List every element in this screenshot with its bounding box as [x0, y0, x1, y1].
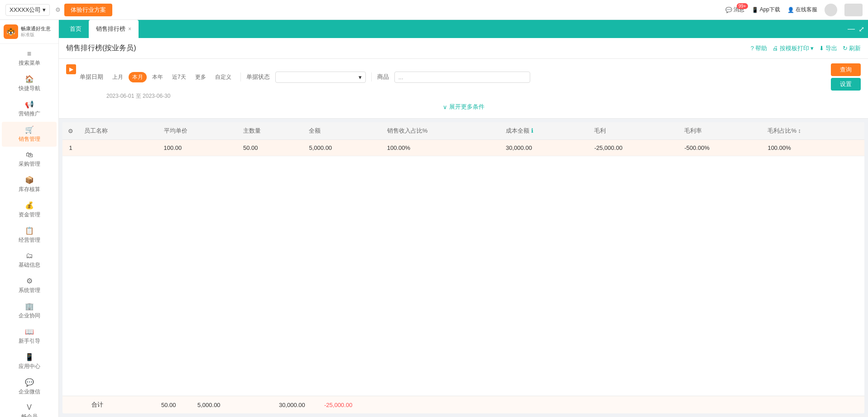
refresh-icon: ↻	[843, 45, 848, 52]
home-icon: 🏠	[25, 75, 34, 83]
logo-icon: 🐯	[4, 24, 18, 39]
maximize-icon[interactable]: ⤢	[858, 25, 864, 34]
cell-name	[79, 140, 158, 156]
status-selector[interactable]: ▾	[275, 72, 366, 83]
print-chevron-icon: ▾	[810, 45, 814, 52]
chevron-down-icon: ▾	[43, 6, 46, 13]
col-main-qty: 主数量	[238, 122, 303, 140]
table-body: 1 100.00 50.00 5,000.00 100.00% 30,000.0…	[62, 140, 864, 156]
sidebar-item-finance[interactable]: 💰 资金管理	[2, 197, 57, 222]
col-gross-pct[interactable]: 毛利占比% ↕	[762, 122, 864, 140]
sidebar-label-inventory: 库存核算	[19, 186, 40, 193]
tab-close-icon[interactable]: ×	[128, 26, 131, 32]
header-settings-icon[interactable]: ⚙	[55, 6, 61, 13]
finance-icon: 💰	[25, 201, 34, 210]
marketing-icon: 📢	[25, 100, 34, 109]
refresh-btn[interactable]: ↻ 刷新	[843, 44, 861, 53]
filter-row-wrap: ▶ 单据日期 上月 本月 本年 近7天 更多 自定义	[66, 63, 861, 100]
date-tab-last-month[interactable]: 上月	[109, 72, 127, 82]
apps-icon: 📱	[25, 353, 34, 361]
sidebar-label-apps: 应用中心	[19, 363, 40, 370]
avatar[interactable]	[825, 4, 837, 16]
goods-input[interactable]: ...	[394, 72, 530, 83]
sidebar-item-apps[interactable]: 📱 应用中心	[2, 349, 57, 374]
guide-icon: 📖	[25, 327, 34, 336]
sidebar-item-purchase[interactable]: 🛍 采购管理	[2, 147, 57, 172]
status-label: 单据状态	[246, 73, 270, 81]
app-dl-label: App下载	[760, 6, 780, 14]
sidebar-label-member: 畅会员	[21, 413, 38, 417]
col-total: 全额	[303, 122, 381, 140]
minimize-icon[interactable]: —	[848, 25, 855, 34]
col-name: 员工名称	[79, 122, 158, 140]
sidebar-nav: ≡ 搜索菜单 🏠 快捷导航 📢 营销推广 🛒 销售管理 🛍 采购管理 📦	[0, 44, 58, 417]
export-btn[interactable]: ⬇ 导出	[819, 44, 837, 53]
sidebar-item-member[interactable]: V 畅会员	[2, 400, 57, 417]
message-btn[interactable]: 💬 消息 99+	[725, 6, 744, 14]
goods-label: 商品	[377, 73, 389, 81]
expand-more-row[interactable]: ∨ 展开更多条件	[66, 100, 861, 114]
wechat-icon: 💬	[25, 378, 34, 387]
message-badge: 99+	[737, 3, 748, 9]
date-tab-more[interactable]: 更多	[192, 72, 210, 82]
online-service-btn[interactable]: 👤 在线客服	[787, 6, 817, 14]
action-btns: 查询 设置	[831, 63, 861, 91]
tab-label: 销售排行榜	[96, 25, 125, 33]
sidebar-label-search: 搜索菜单	[19, 59, 40, 67]
sidebar-item-enterprise[interactable]: 🏢 企业协同	[2, 298, 57, 323]
tab-bar: 首页 销售排行榜 × — ⤢	[59, 20, 868, 38]
print-icon: 🖨	[772, 45, 778, 52]
print-btn[interactable]: 🖨 按模板打印 ▾	[772, 44, 814, 53]
content-area: 首页 销售排行榜 × — ⤢ 销售排行榜(按业务员) ? 帮助	[59, 20, 868, 417]
col-gross-rate: 毛利率	[679, 122, 762, 140]
date-tab-this-year[interactable]: 本年	[149, 72, 167, 82]
date-tabs: 上月 本月 本年 近7天 更多 自定义	[109, 72, 235, 82]
cell-avg-price: 100.00	[158, 140, 238, 156]
goods-placeholder: ...	[398, 74, 403, 81]
footer-total: 5,000.00	[192, 402, 228, 408]
trial-btn[interactable]: 体验行业方案	[64, 4, 112, 16]
sidebar-item-inventory[interactable]: 📦 库存核算	[2, 172, 57, 197]
help-icon: ?	[751, 45, 754, 52]
col-settings[interactable]: ⚙	[62, 122, 79, 140]
filter-toggle-btn[interactable]: ▶	[66, 64, 76, 74]
help-btn[interactable]: ? 帮助	[751, 44, 767, 53]
date-label: 单据日期	[80, 73, 103, 81]
sidebar-item-basic[interactable]: 🗂 基础信息	[2, 248, 57, 273]
cell-main-qty: 50.00	[238, 140, 303, 156]
sidebar-item-shortcut[interactable]: 🏠 快捷导航	[2, 71, 57, 96]
data-table: ⚙ 员工名称 平均单价 主数量 全额 销售收入占比% 成本全额 ℹ 毛利 毛利率…	[62, 122, 864, 156]
purchase-icon: 🛍	[26, 151, 33, 159]
download-icon: 📱	[752, 7, 758, 13]
search-menu-icon: ≡	[27, 50, 31, 58]
page-title: 销售排行榜(按业务员)	[66, 43, 136, 53]
sales-icon: 🛒	[25, 125, 34, 134]
member-icon: V	[27, 403, 32, 412]
date-tab-custom[interactable]: 自定义	[211, 72, 235, 82]
sort-icon: ↕	[798, 127, 801, 134]
date-range-row: 2023-06-01 至 2023-06-30	[80, 91, 861, 100]
cost-info-icon[interactable]: ℹ	[531, 127, 533, 134]
query-btn[interactable]: 查询	[831, 63, 861, 76]
sidebar-item-operation[interactable]: 📋 经营管理	[2, 223, 57, 248]
logo-tag: 标准版	[21, 32, 51, 38]
date-tab-this-month[interactable]: 本月	[129, 72, 147, 82]
sidebar-item-marketing[interactable]: 📢 营销推广	[2, 96, 57, 121]
cell-gross-rate: -500.00%	[679, 140, 762, 156]
top-right-area: 💬 消息 99+ 📱 App下载 👤 在线客服	[725, 4, 863, 16]
date-tab-7days[interactable]: 近7天	[168, 72, 190, 82]
logo-area: 🐯 畅康通好生意 标准版	[0, 20, 58, 44]
sidebar-item-search[interactable]: ≡ 搜索菜单	[2, 46, 57, 71]
sidebar-item-wechat[interactable]: 💬 企业微信	[2, 374, 57, 399]
tab-home[interactable]: 首页	[62, 21, 89, 37]
app-download-btn[interactable]: 📱 App下载	[752, 6, 780, 14]
sidebar-item-sales[interactable]: 🛒 销售管理	[2, 122, 57, 147]
tab-sales-ranking[interactable]: 销售排行榜 ×	[89, 20, 139, 38]
sidebar-item-guide[interactable]: 📖 新手引导	[2, 324, 57, 349]
company-selector[interactable]: XXXXX公司 ▾	[5, 4, 50, 16]
filter-bar: ▶ 单据日期 上月 本月 本年 近7天 更多 自定义	[59, 59, 868, 119]
sidebar-item-system[interactable]: ⚙ 系统管理	[2, 273, 57, 298]
user-menu[interactable]	[844, 4, 863, 16]
filter-divider-1	[240, 72, 241, 81]
settings-btn[interactable]: 设置	[831, 78, 861, 91]
